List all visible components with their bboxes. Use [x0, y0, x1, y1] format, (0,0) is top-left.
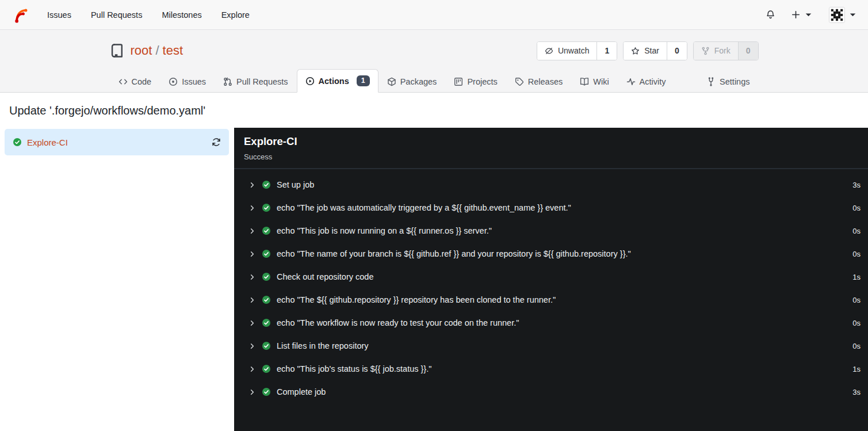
unwatch-button[interactable]: Unwatch	[537, 42, 596, 60]
tab-pull-requests[interactable]: Pull Requests	[215, 71, 296, 93]
tab-packages-label: Packages	[400, 77, 437, 86]
step-row-echo-this-job-s-status-is-job-status[interactable]: echo "This job's status is ${{ job.statu…	[234, 357, 868, 380]
unwatch-label: Unwatch	[558, 46, 589, 55]
forgejo-logo[interactable]	[13, 6, 30, 24]
repo-separator: /	[155, 43, 159, 58]
step-row-check-out-repository-code[interactable]: Check out repository code1s	[234, 265, 868, 288]
step-name: echo "The ${{ github.repository }} repos…	[277, 295, 556, 304]
nav-link-issues[interactable]: Issues	[47, 10, 71, 20]
run-panel-header: Explore-CI Success	[234, 128, 868, 169]
bell-icon	[766, 10, 775, 20]
user-menu-button[interactable]	[829, 7, 858, 23]
check-circle-icon	[13, 138, 22, 147]
repo-header: root / test Unwatch1Star0Fork0 CodeIssue…	[0, 30, 868, 93]
tab-releases[interactable]: Releases	[506, 71, 571, 93]
fork-button: Fork	[694, 42, 738, 60]
nav-link-pull-requests[interactable]: Pull Requests	[91, 10, 142, 20]
forgejo-logo-icon	[13, 6, 30, 24]
tab-actions[interactable]: Actions1	[297, 69, 378, 93]
check-circle-icon	[262, 341, 271, 350]
tab-packages[interactable]: Packages	[378, 71, 446, 93]
repo-breadcrumb: root / test	[131, 43, 183, 58]
create-new-button[interactable]	[791, 10, 813, 20]
step-row-echo-the-job-was-automatically-triggered[interactable]: echo "The job was automatically triggere…	[234, 196, 868, 219]
check-circle-icon	[262, 226, 271, 235]
tab-projects[interactable]: Projects	[445, 71, 506, 93]
tab-wiki-label: Wiki	[593, 77, 609, 86]
repo-name-link[interactable]: test	[163, 43, 183, 58]
step-duration: 0s	[852, 319, 861, 327]
code-icon	[118, 77, 128, 86]
tab-pull-requests-label: Pull Requests	[236, 77, 288, 86]
check-circle-icon	[262, 180, 271, 189]
fork-count: 0	[738, 42, 758, 60]
tab-activity[interactable]: Activity	[618, 71, 675, 93]
step-row-echo-the-workflow-is-now-ready-to-test-y[interactable]: echo "The workflow is now ready to test …	[234, 311, 868, 334]
step-name: Set up job	[277, 180, 314, 189]
caret-down-icon	[804, 10, 813, 20]
chevron-right-icon	[248, 181, 256, 189]
check-circle-icon	[262, 203, 271, 212]
check-circle-icon	[262, 318, 271, 327]
star-count[interactable]: 0	[667, 42, 687, 60]
eye-off-icon	[545, 47, 553, 55]
page-title: Update '.forgejo/workflows/demo.yaml'	[9, 102, 859, 119]
steps-list: Set up job3secho "The job was automatica…	[234, 169, 868, 403]
tab-releases-label: Releases	[528, 77, 563, 86]
avatar	[829, 7, 845, 23]
step-row-echo-the-github-repository-repository-ha[interactable]: echo "The ${{ github.repository }} repos…	[234, 288, 868, 311]
tab-issues[interactable]: Issues	[160, 71, 215, 93]
step-row-echo-this-job-is-now-running-on-a-runner[interactable]: echo "This job is now running on a ${{ r…	[234, 219, 868, 242]
repo-title-row: root / test Unwatch1Star0Fork0	[110, 30, 759, 62]
nav-link-milestones[interactable]: Milestones	[162, 10, 201, 20]
job-name: Explore-CI	[27, 138, 68, 147]
chevron-right-icon	[248, 273, 256, 281]
tab-actions-label: Actions	[319, 77, 349, 86]
nav-link-explore[interactable]: Explore	[221, 10, 250, 20]
star-button[interactable]: Star	[624, 42, 667, 60]
check-circle-icon	[262, 249, 271, 258]
run-panel-title: Explore-CI	[244, 135, 858, 148]
nav-links: IssuesPull RequestsMilestonesExplore	[47, 10, 250, 20]
step-duration: 3s	[852, 181, 861, 189]
jobs-sidebar: Explore-CI	[0, 128, 234, 431]
step-duration: 0s	[852, 204, 861, 212]
chevron-right-icon	[248, 342, 256, 350]
issue-opened-icon	[169, 77, 178, 86]
unwatch-count[interactable]: 1	[596, 42, 617, 60]
notifications-button[interactable]	[766, 10, 775, 20]
check-circle-icon	[262, 364, 271, 373]
step-row-set-up-job[interactable]: Set up job3s	[234, 173, 868, 196]
nav-right	[766, 7, 858, 23]
tools-icon	[706, 77, 716, 86]
step-name: echo "The workflow is now ready to test …	[277, 318, 519, 327]
tab-code[interactable]: Code	[110, 71, 160, 93]
tab-wiki[interactable]: Wiki	[571, 71, 617, 93]
sync-icon[interactable]	[212, 138, 221, 147]
top-navbar: IssuesPull RequestsMilestonesExplore	[0, 0, 868, 30]
repo-actions: Unwatch1Star0Fork0	[537, 41, 759, 60]
chevron-right-icon	[248, 204, 256, 212]
chevron-right-icon	[248, 319, 256, 327]
star-label: Star	[644, 46, 659, 55]
step-duration: 0s	[852, 296, 861, 304]
chevron-right-icon	[248, 296, 256, 304]
repo-owner-link[interactable]: root	[131, 43, 152, 58]
step-row-list-files-in-the-repository[interactable]: List files in the repository0s	[234, 334, 868, 357]
tab-settings[interactable]: Settings	[698, 71, 758, 93]
step-row-echo-the-name-of-your-branch-is-github-r[interactable]: echo "The name of your branch is ${{ git…	[234, 242, 868, 265]
fork-label: Fork	[714, 46, 731, 55]
tab-projects-label: Projects	[467, 77, 497, 86]
project-icon	[454, 77, 463, 86]
step-duration: 0s	[852, 342, 861, 350]
plus-icon	[791, 10, 801, 20]
tab-actions-count-badge: 1	[357, 75, 370, 86]
step-duration: 3s	[852, 388, 861, 396]
step-row-complete-job[interactable]: Complete job3s	[234, 380, 868, 403]
chevron-right-icon	[248, 365, 256, 373]
step-duration: 1s	[852, 273, 861, 281]
run-panel-status: Success	[244, 152, 858, 161]
job-item-explore-ci[interactable]: Explore-CI	[5, 129, 229, 155]
run-panel: Explore-CI Success Set up job3secho "The…	[234, 128, 868, 431]
tab-code-label: Code	[132, 77, 152, 86]
